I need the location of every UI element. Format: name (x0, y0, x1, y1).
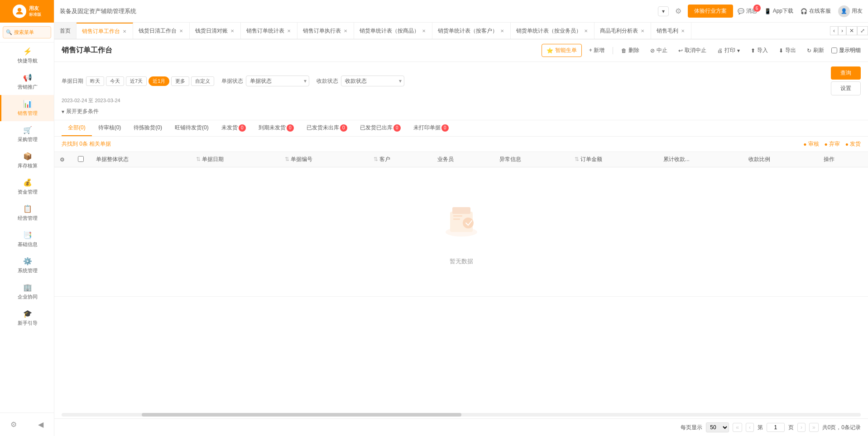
tab-expand-button[interactable]: ⤢ (857, 26, 868, 35)
th-number[interactable]: ⇅ 单据编号 (279, 152, 368, 167)
review-action[interactable]: ● 审核 (803, 140, 819, 148)
stop-button[interactable]: ⊘ 中止 (647, 45, 671, 56)
payment-label: 收款状态 (317, 77, 338, 85)
tab-home[interactable]: 首页 (54, 23, 77, 39)
show-detail-checkbox[interactable] (831, 47, 837, 53)
th-customer[interactable]: ⇅ 客户 (368, 152, 432, 167)
tab-close-icon[interactable]: ✕ (421, 28, 427, 34)
tab-sales-exec[interactable]: 销售订单执行表 ✕ (297, 23, 354, 39)
tab-scroll-left-button[interactable]: ‹ (830, 26, 838, 35)
export-button[interactable]: ⬇ 导出 (775, 45, 800, 56)
message-button[interactable]: 💬 消息 6 (738, 7, 757, 15)
today-btn[interactable]: 今天 (106, 76, 124, 86)
tab-close-icon[interactable]: ✕ (583, 28, 589, 34)
sidebar-item-marketing[interactable]: 📢 营销推广 (0, 69, 54, 95)
last7-btn[interactable]: 近7天 (126, 76, 147, 86)
th-checkbox[interactable] (72, 152, 91, 167)
expand-filter-button[interactable]: ▾ 展开更多条件 (62, 108, 861, 115)
search-menu-button[interactable]: 🔍 搜索菜单 (3, 26, 51, 38)
payment-select[interactable]: 收款状态 (341, 76, 404, 86)
th-settings[interactable]: ⚙ (54, 152, 72, 167)
sidebar-item-enterprise[interactable]: 🏢 企业协同 (0, 279, 54, 305)
sidebar-item-capital[interactable]: 💰 资金管理 (0, 174, 54, 200)
total-text: 共0页，0条记录 (822, 424, 861, 431)
subtab-pending-check[interactable]: 待拣验货(0) (127, 120, 168, 136)
solution-button[interactable]: 体验行业方案 (688, 5, 733, 18)
subtab-pending-review[interactable]: 待审核(0) (92, 120, 128, 136)
tab-sales-stat-customer[interactable]: 销货单统计表（按客户） ✕ (432, 23, 511, 39)
last-page-button[interactable]: » (809, 423, 819, 432)
delete-button[interactable]: 🗑 删除 (618, 45, 643, 56)
tab-sales-workbench[interactable]: 销售订单工作台 ✕ (77, 23, 133, 39)
tab-scroll-right-button[interactable]: › (838, 26, 846, 35)
custom-btn[interactable]: 自定义 (191, 76, 214, 86)
sidebar-item-guide[interactable]: 🎓 新手引导 (0, 305, 54, 331)
import-button[interactable]: ⬆ 导入 (747, 45, 772, 56)
system-dropdown-button[interactable]: ▾ (658, 6, 669, 16)
query-button[interactable]: 查询 (831, 66, 861, 80)
tab-close-icon[interactable]: ✕ (499, 28, 505, 34)
tab-close-icon[interactable]: ✕ (286, 28, 292, 34)
subtab-overdue[interactable]: 到期未发货0 (252, 120, 300, 136)
ship-action[interactable]: ● 发货 (845, 140, 861, 148)
set-button[interactable]: 设置 (831, 81, 861, 95)
tab-close-icon[interactable]: ✕ (178, 28, 184, 34)
prev-page-button[interactable]: ‹ (746, 423, 754, 432)
subtab-not-shipped[interactable]: 未发货0 (215, 120, 252, 136)
subtab-wangpu[interactable]: 旺铺待发货(0) (168, 120, 215, 136)
subtab-not-printed[interactable]: 未打印单据0 (407, 120, 455, 136)
tab-sales-stat-product[interactable]: 销货单统计表（按商品） ✕ (354, 23, 432, 39)
th-amount[interactable]: ⇅ 订单金额 (569, 152, 658, 167)
select-all-checkbox[interactable] (78, 156, 84, 162)
next-page-button[interactable]: › (797, 423, 806, 432)
table-header-row: ⚙ 单据整体状态 ⇅ 单据日期 (54, 152, 868, 167)
tab-close-icon[interactable]: ✕ (680, 28, 686, 34)
tab-sales-gross[interactable]: 销售毛利 ✕ (651, 23, 691, 39)
tab-close-icon[interactable]: ✕ (230, 28, 235, 34)
tab-close-icon[interactable]: ✕ (640, 28, 645, 34)
sort-icon: ⇅ (575, 156, 579, 162)
sidebar-item-basic[interactable]: 📑 基础信息 (0, 226, 54, 252)
user-button[interactable]: 👤 用友 (838, 5, 863, 17)
first-page-button[interactable]: « (733, 423, 742, 432)
topbar-settings-button[interactable]: ⚙ (673, 5, 683, 17)
subtab-shipped-out[interactable]: 已发货已出库0 (354, 120, 407, 136)
horizontal-scrollbar[interactable] (62, 413, 861, 417)
table-scroll-area[interactable]: ⚙ 单据整体状态 ⇅ 单据日期 (54, 152, 868, 411)
tab-sales-stat[interactable]: 销售订单统计表 ✕ (241, 23, 297, 39)
online-service-button[interactable]: 🎧 在线客服 (801, 7, 831, 15)
sidebar-item-inventory[interactable]: 📦 库存核算 (0, 147, 54, 174)
show-detail-label[interactable]: 显示明细 (831, 47, 861, 54)
tab-product-profit[interactable]: 商品毛利分析表 ✕ (595, 23, 651, 39)
sidebar-item-purchase[interactable]: 🛒 采购管理 (0, 121, 54, 147)
yesterday-btn[interactable]: 昨天 (86, 76, 104, 86)
cancel-stop-button[interactable]: ↩ 取消中止 (675, 45, 710, 56)
tab-cash-daily[interactable]: 钱货日清工作台 ✕ (133, 23, 190, 39)
subtab-all[interactable]: 全部(0) (62, 120, 92, 136)
new-button[interactable]: + 新增 (585, 45, 608, 56)
sidebar-item-system[interactable]: ⚙️ 系统管理 (0, 252, 54, 279)
app-download-button[interactable]: 📱 App下载 (764, 7, 793, 15)
tab-cash-reconcile[interactable]: 钱货日清对账 ✕ (190, 23, 241, 39)
tab-close-all-button[interactable]: ✕ (846, 26, 857, 35)
unreview-action[interactable]: ● 弃审 (825, 140, 840, 148)
status-select[interactable]: 单据状态 (246, 76, 309, 86)
tab-sales-stat-staff[interactable]: 销货单统计表（按业务员） ✕ (511, 23, 595, 39)
smart-create-button[interactable]: ⭐ 智能生单 (542, 44, 582, 57)
sidebar-item-sales[interactable]: 📊 销售管理 (0, 95, 54, 121)
more-btn[interactable]: 更多 (171, 76, 189, 86)
tab-close-icon[interactable]: ✕ (343, 28, 348, 34)
subtab-shipped-not-out[interactable]: 已发货未出库0 (300, 120, 354, 136)
scrollbar-thumb[interactable] (142, 413, 461, 417)
th-date[interactable]: ⇅ 单据日期 (191, 152, 279, 167)
page-size-select[interactable]: 50 10 20 100 (706, 422, 729, 432)
sidebar-settings-button[interactable]: ⚙ (7, 417, 20, 432)
refresh-button[interactable]: ↻ 刷新 (803, 45, 828, 56)
print-button[interactable]: 🖨 打印 ▾ (714, 45, 743, 56)
tab-close-icon[interactable]: ✕ (122, 28, 127, 34)
last1month-btn[interactable]: 近1月 (149, 76, 169, 86)
page-input[interactable] (767, 423, 785, 432)
sidebar-item-operation[interactable]: 📋 经营管理 (0, 200, 54, 226)
sidebar-item-quick[interactable]: ⚡ 快捷导航 (0, 43, 54, 69)
sidebar-collapse-button[interactable]: ◀ (34, 417, 47, 432)
